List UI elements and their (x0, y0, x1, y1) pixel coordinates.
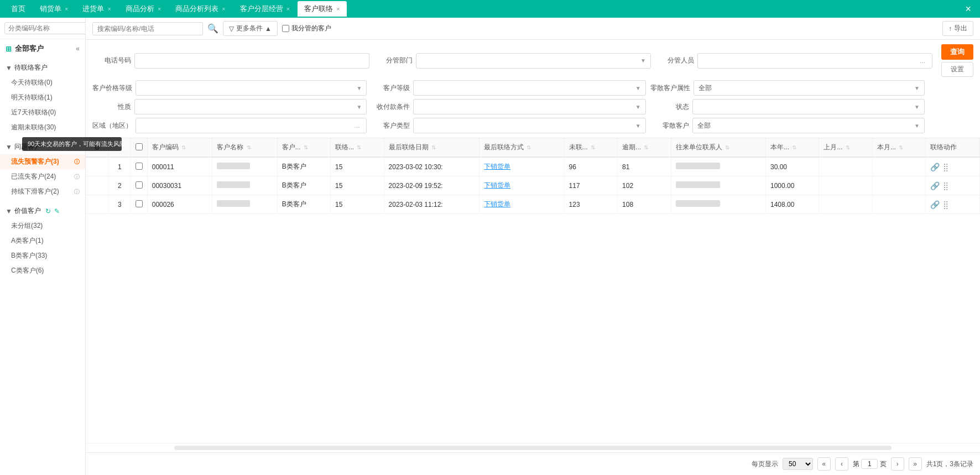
phone-input[interactable] (134, 53, 369, 69)
sidebar-item-a-class[interactable]: A类客户(1) (0, 233, 85, 248)
td-check-2[interactable] (131, 195, 147, 214)
filter-retail-cust: 零散客户 全部 ▼ (650, 118, 925, 133)
last-contact-link-2[interactable]: 下销货单 (484, 200, 510, 208)
th-last-month-label: 上月... (823, 143, 842, 151)
horizontal-scrollbar[interactable] (174, 446, 892, 450)
export-button[interactable]: ↑ 导出 (942, 21, 973, 36)
prev-page-button[interactable]: ‹ (835, 457, 848, 471)
filter-search-button[interactable]: 🔍 (207, 23, 218, 34)
value-refresh-icon[interactable]: ↻ (45, 207, 51, 215)
value-section-title[interactable]: ▼ 价值客户 ↻ ✎ (0, 203, 85, 218)
tab-sales[interactable]: 销货单 × (33, 1, 75, 17)
value-edit-icon[interactable]: ✎ (54, 207, 60, 215)
row-checkbox-0[interactable] (135, 163, 143, 170)
retail-cust-select[interactable]: 全部 ▼ (692, 118, 925, 133)
sidebar-item-c-class[interactable]: C类客户(6) (0, 263, 85, 278)
manager-select[interactable]: ... (697, 53, 932, 69)
filter-search-input[interactable] (92, 22, 203, 35)
pending-section: ▼ 待联络客户 今天待联络(0) 明天待联络(1) 近7天待联络(0) 逾期未联… (0, 58, 85, 137)
sidebar-item-already-churn[interactable]: 已流失客户(24) ⓘ (0, 169, 85, 184)
my-customers-label[interactable]: 我分管的客户 (282, 24, 331, 33)
th-unit-contact[interactable]: 往来单位联系人 ⇅ (671, 138, 765, 157)
sidebar-item-today[interactable]: 今天待联络(0) (0, 75, 85, 90)
th-contact[interactable]: 联络... ⇅ (331, 138, 384, 157)
next-page-button[interactable]: › (891, 457, 904, 471)
th-overdue[interactable]: 逾期... ⇅ (618, 138, 671, 157)
th-code[interactable]: 客户编码 ⇅ (147, 138, 212, 157)
first-page-button[interactable]: « (817, 457, 831, 471)
tab-purchase[interactable]: 进货单 × (76, 1, 117, 17)
td-last-contact-method-0[interactable]: 下销货单 (479, 157, 564, 176)
last-contact-link-1[interactable]: 下销货单 (484, 181, 510, 189)
collapse-icon[interactable]: « (76, 45, 80, 53)
nature-select[interactable]: ▼ (134, 99, 367, 114)
th-not-contacted[interactable]: 未联... ⇅ (564, 138, 617, 157)
manager-dots[interactable]: ... (918, 57, 927, 65)
th-this-month[interactable]: 本月... ⇅ (872, 138, 925, 157)
this-month-sort-icon: ⇅ (899, 144, 903, 150)
query-button[interactable]: 查询 (941, 44, 973, 60)
th-this-year[interactable]: 本年... ⇅ (765, 138, 819, 157)
price-tier-select[interactable]: ▼ (135, 80, 367, 96)
dept-select[interactable]: ▼ (416, 53, 651, 69)
contact-sort-icon: ⇅ (357, 144, 361, 150)
current-page[interactable]: 1 (861, 459, 878, 469)
tab-home[interactable]: 首页 (4, 1, 32, 17)
th-name[interactable]: 客户名称 ⇅ (212, 138, 277, 157)
contact-action-icon-1[interactable]: 🔗 (930, 181, 940, 190)
more-action-icon-1[interactable]: ⣿ (943, 181, 948, 190)
contact-action-icon-2[interactable]: 🔗 (930, 200, 940, 209)
status-select[interactable]: ▼ (692, 99, 925, 114)
all-customers-header[interactable]: ⊞ 全部客户 « (0, 39, 85, 58)
contact-action-icon-0[interactable]: 🔗 (930, 163, 940, 171)
region-select[interactable]: ... (135, 118, 367, 133)
more-conditions-button[interactable]: ▽ 更多条件 ▲ (223, 21, 278, 36)
td-this-year-2: 1408.00 (765, 195, 819, 214)
row-checkbox-1[interactable] (135, 181, 143, 189)
th-check[interactable] (131, 138, 147, 157)
th-last-contact-method[interactable]: 最后联络方式 ⇅ (479, 138, 564, 157)
tab-customer-link-close[interactable]: × (336, 6, 340, 12)
select-all-checkbox[interactable] (135, 143, 143, 150)
sidebar-item-churn-down[interactable]: 持续下滑客户(2) ⓘ (0, 184, 85, 199)
tab-analysis[interactable]: 商品分析 × (119, 1, 168, 17)
tab-analysis-list-close[interactable]: × (222, 6, 225, 12)
customer-tier-select[interactable]: ▼ (413, 80, 645, 96)
payment-select[interactable]: ▼ (413, 99, 645, 114)
th-last-contact-date[interactable]: 最后联络日期 ⇅ (384, 138, 479, 157)
sidebar-item-b-class[interactable]: B类客户(33) (0, 248, 85, 263)
last-contact-link-0[interactable]: 下销货单 (484, 163, 510, 170)
more-action-icon-2[interactable]: ⣿ (943, 200, 948, 209)
td-check-0[interactable] (131, 157, 147, 176)
tab-customer-tier[interactable]: 客户分层经营 × (233, 1, 296, 17)
sidebar-search-input[interactable] (4, 22, 86, 34)
tab-analysis-list[interactable]: 商品分析列表 × (169, 1, 232, 17)
per-page-select[interactable]: 50 100 200 (783, 458, 813, 470)
last-page-button[interactable]: » (909, 457, 922, 471)
settings-button[interactable]: 设置 (941, 62, 973, 77)
retail-attr-select[interactable]: 全部 ▼ (694, 80, 925, 96)
tab-customer-link[interactable]: 客户联络 × (298, 1, 346, 17)
td-check-1[interactable] (131, 176, 147, 195)
region-dots[interactable]: ... (352, 122, 362, 129)
sidebar-item-7days[interactable]: 近7天待联络(0) (0, 105, 85, 120)
cust-type-select[interactable]: ▼ (413, 118, 645, 133)
tab-sales-close[interactable]: × (65, 6, 68, 12)
sidebar-item-overdue[interactable]: 逾期未联络(30) (0, 120, 85, 135)
tab-analysis-close[interactable]: × (158, 6, 161, 12)
sidebar-item-tomorrow[interactable]: 明天待联络(1) (0, 90, 85, 105)
row-checkbox-2[interactable] (135, 200, 143, 207)
export-label: 导出 (954, 24, 967, 33)
td-last-contact-method-1[interactable]: 下销货单 (479, 176, 564, 195)
sidebar-item-ungroup[interactable]: 未分组(32) (0, 218, 85, 233)
tab-customer-tier-close[interactable]: × (286, 6, 290, 12)
tab-purchase-close[interactable]: × (107, 6, 111, 12)
close-all-button[interactable]: × (961, 3, 976, 15)
more-action-icon-0[interactable]: ⣿ (943, 163, 948, 171)
th-last-month[interactable]: 上月... ⇅ (819, 138, 872, 157)
td-last-contact-method-2[interactable]: 下销货单 (479, 195, 564, 214)
sidebar-item-churn-predict[interactable]: 流失预警客户(3) ⓘ (0, 154, 85, 169)
pending-section-title[interactable]: ▼ 待联络客户 (0, 60, 85, 75)
th-type[interactable]: 客户... ⇅ (277, 138, 330, 157)
my-customers-checkbox[interactable] (282, 25, 289, 32)
